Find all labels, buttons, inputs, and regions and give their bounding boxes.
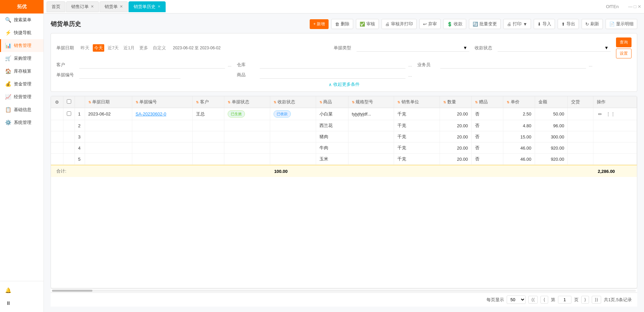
sidebar-item-system[interactable]: ⚙️ 系统管理 <box>0 116 44 129</box>
batch-change-button[interactable]: 🔄 批量变更 <box>469 19 501 29</box>
sort-icon: ⇅ <box>136 100 138 104</box>
tab-sales-history[interactable]: 销货单历史 ✕ <box>129 1 166 12</box>
sidebar-item-inventory[interactable]: 🏠 库存核算 <box>0 65 44 78</box>
unit-cell: 千克 <box>394 131 440 142</box>
sort-icon: ⇅ <box>88 100 91 104</box>
goods-cell: 玉米 <box>316 154 348 165</box>
col-spec[interactable]: ⇅ 规格型号 <box>348 96 394 108</box>
col-doc-date[interactable]: ⇅ 单据日期 <box>85 96 132 108</box>
col-qty[interactable]: ⇅ 数量 <box>440 96 472 108</box>
edit-action-button[interactable]: ✏ <box>597 111 604 118</box>
collect-status-select[interactable]: ▼ <box>498 44 611 52</box>
sidebar-item-operations[interactable]: 📈 经营管理 <box>0 90 44 103</box>
col-doc-no[interactable]: ⇅ 单据编号 <box>132 96 193 108</box>
import-button[interactable]: ⬇ 导入 <box>534 19 555 29</box>
shortcut-7days[interactable]: 近7天 <box>106 44 120 52</box>
audit-print-button[interactable]: 🖨 审核并打印 <box>382 19 417 29</box>
action-cell <box>593 154 637 165</box>
doc-no-input[interactable] <box>79 71 180 79</box>
tab-home[interactable]: 首页 <box>47 1 65 12</box>
doc-type-select[interactable]: ▼ <box>357 44 470 52</box>
unit-price-cell: 46.00 <box>503 142 535 154</box>
col-goods[interactable]: ⇅ 商品 <box>316 96 348 108</box>
collapse-button[interactable]: ∧ 收起更多条件 <box>56 81 632 87</box>
sidebar-item-sales[interactable]: 📊 销售管理 <box>0 39 44 52</box>
col-customer[interactable]: ⇅ 客户 <box>193 96 224 108</box>
close-icon[interactable]: ✕ <box>120 4 123 9</box>
customer-input[interactable] <box>79 61 225 69</box>
sidebar-item-quick-nav[interactable]: ⚡ 快捷导航 <box>0 26 44 39</box>
page-header: 销货单历史 + 新增 🗑 删除 ✅ 审核 🖨 审核并打印 ↩ 弃审 <box>51 19 637 29</box>
row-checkbox[interactable] <box>67 111 71 116</box>
total-info: 共1页,5条记录 <box>604 297 632 303</box>
goods-input[interactable] <box>260 71 405 79</box>
col-settings[interactable]: ⚙ <box>51 96 63 108</box>
sidebar-notification[interactable]: 🔔 <box>0 284 44 297</box>
goods-cell: 西兰花 <box>316 120 348 131</box>
customer-cell <box>193 154 224 165</box>
col-unit[interactable]: ⇅ 销售单位 <box>394 96 440 108</box>
page-size-select[interactable]: 10 20 50 100 <box>507 295 526 304</box>
more-action-button[interactable]: ⋮⋮ <box>605 111 617 118</box>
page-number-input[interactable] <box>558 296 571 304</box>
scrollbar-thumb[interactable] <box>52 290 92 292</box>
col-seq <box>75 96 85 108</box>
shortcut-today[interactable]: 今天 <box>93 44 104 52</box>
sidebar-bottom: 🔔 ⏸ <box>0 281 44 312</box>
close-icon[interactable]: ✕ <box>158 4 161 9</box>
doc-no-link[interactable]: SA-20230602-0 <box>136 111 166 116</box>
col-doc-status[interactable]: ⇅ 单据状态 <box>224 96 270 108</box>
gift-cell: 否 <box>472 154 503 165</box>
filter-doc-no: 单据编号 <box>56 71 231 79</box>
salesman-input[interactable] <box>440 61 586 69</box>
print-button[interactable]: 🖨 打印 ▼ <box>503 19 531 29</box>
collect-button[interactable]: 💲 收款 <box>443 19 466 29</box>
sidebar-pause[interactable]: ⏸ <box>0 297 44 309</box>
close-icon[interactable]: ✕ <box>91 4 94 9</box>
transaction-cell <box>568 131 593 142</box>
search-icon: 🔍 <box>5 17 11 23</box>
date-range: 2023-06-02 至 2023-06-02 <box>173 45 220 51</box>
delete-button[interactable]: 🗑 删除 <box>331 19 353 29</box>
sidebar-item-base-info[interactable]: 📋 基础信息 <box>0 103 44 116</box>
show-detail-button[interactable]: 📄 显示明细 <box>606 19 637 29</box>
new-button[interactable]: + 新增 <box>310 19 329 29</box>
sidebar-item-search[interactable]: 🔍 搜索菜单 <box>0 14 44 26</box>
warehouse-input[interactable] <box>260 61 405 69</box>
salesman-more-icon[interactable]: ... <box>589 62 592 68</box>
shortcut-custom[interactable]: 自定义 <box>151 44 167 52</box>
horizontal-scrollbar[interactable] <box>51 288 637 292</box>
amount-cell: 920.00 <box>535 142 568 154</box>
col-unit-price[interactable]: ⇅ 单价 <box>503 96 535 108</box>
warehouse-more-icon[interactable]: ... <box>408 62 412 68</box>
query-button[interactable]: 查询 <box>616 37 632 47</box>
shortcut-1month[interactable]: 近1月 <box>122 44 136 52</box>
refresh-button[interactable]: ↻ 刷新 <box>582 19 603 29</box>
settings-button[interactable]: 设置 <box>616 49 632 58</box>
shortcut-yesterday[interactable]: 昨天 <box>79 44 91 52</box>
doc-status-cell <box>224 120 270 131</box>
col-collect-status[interactable]: ⇅ 收款状态 <box>270 96 316 108</box>
tab-sales-delivery[interactable]: 销货单 ✕ <box>100 1 128 12</box>
abandon-button[interactable]: ↩ 弃审 <box>419 19 441 29</box>
sidebar-item-purchase[interactable]: 🛒 采购管理 <box>0 52 44 65</box>
sidebar-item-finance[interactable]: 💰 资金管理 <box>0 78 44 90</box>
unit-cell: 千克 <box>394 154 440 165</box>
prev-page-button[interactable]: ⟨ <box>540 296 548 304</box>
qty-cell: 20.00 <box>440 131 472 142</box>
goods-more-icon[interactable]: ... <box>408 73 412 78</box>
sidebar: 拓优 🔍 搜索菜单 ⚡ 快捷导航 📊 销售管理 🛒 采购管理 🏠 库存核算 💰 … <box>0 0 44 312</box>
last-page-button[interactable]: ⟩⟩ <box>592 296 601 304</box>
sidebar-logo: 拓优 <box>0 0 44 14</box>
tab-sales-order[interactable]: 销售订单 ✕ <box>66 1 99 12</box>
shortcut-more[interactable]: 更多 <box>138 44 149 52</box>
col-gift[interactable]: ⇅ 赠品 <box>472 96 503 108</box>
sort-icon: ⇅ <box>397 100 400 104</box>
import-icon: ⬇ <box>537 22 541 27</box>
first-page-button[interactable]: ⟨⟨ <box>528 296 538 304</box>
customer-more-icon[interactable]: ... <box>228 62 231 68</box>
audit-button[interactable]: ✅ 审核 <box>356 19 379 29</box>
export-button[interactable]: ⬆ 导出 <box>558 19 579 29</box>
select-all-checkbox[interactable] <box>67 99 71 104</box>
next-page-button[interactable]: ⟩ <box>581 296 589 304</box>
